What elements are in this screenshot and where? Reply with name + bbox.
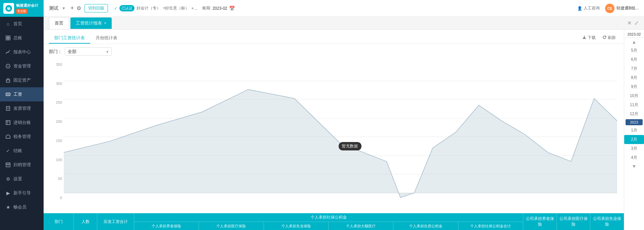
group-title: 个人承担社保公积金 (134, 213, 523, 222)
assets-icon (5, 78, 11, 83)
group-cols: 个人承担养老保险 个人承担医疗保险 个人承担失业保险 个人承担大额医疗 (134, 222, 523, 230)
content-area: 部门工资统计表 月份统计表 下载 (44, 30, 644, 230)
calendar-icon[interactable]: 📅 (229, 6, 235, 11)
sidebar-item-assets[interactable]: 固定资产 (0, 73, 44, 87)
home-icon: ⌂ (5, 21, 11, 27)
user-menu[interactable]: CE 轻捷通B组... (605, 4, 639, 13)
col-personal-unemployment: 个人承担失业保险 (264, 222, 329, 230)
tax-icon (5, 134, 11, 139)
bottom-table-header: 部门 人数 应发工资合计 个人承担社保公积金 个人承担养老保险 (44, 213, 624, 230)
svg-text:畅: 畅 (7, 7, 10, 10)
col-personal-bigmedical: 个人承担大额医疗 (329, 222, 393, 230)
sidebar-item-member[interactable]: ★ 畅会员 (0, 200, 44, 214)
switch-old-btn[interactable]: 切到旧版 (85, 4, 108, 12)
svg-rect-5 (8, 38, 10, 40)
salary-icon (5, 92, 11, 97)
right-panel-oct[interactable]: 10月 (624, 91, 644, 100)
right-panel-jul[interactable]: 7月 (624, 64, 644, 73)
col-company-unemployment: 公司承担失业保险 (590, 213, 624, 230)
tab-salary-report[interactable]: 工资统计报表 × (70, 17, 112, 29)
dept-select-wrapper: 全部 (65, 47, 112, 56)
right-panel-mar[interactable]: 3月 (624, 144, 644, 153)
right-panel-sep[interactable]: 9月 (624, 82, 644, 91)
maximize-window-btn[interactable]: ⤢ (634, 20, 639, 26)
svg-text:¥: ¥ (7, 65, 9, 68)
tab-home[interactable]: 首页 (49, 17, 69, 29)
right-panel-current-date: 2023.02 (624, 31, 644, 38)
sidebar: 畅 畅捷通好会计 专业版 ⌂ 首页 总账 报表中心 ¥ 资金管理 固定资产 (0, 0, 44, 230)
topbar-actions: + ⚙ (70, 5, 82, 12)
svg-rect-11 (6, 106, 10, 110)
col-company-pension: 公司承担养老保险 (523, 213, 557, 230)
svg-rect-8 (6, 80, 10, 82)
right-panel-apr[interactable]: 4月 (624, 153, 644, 162)
sidebar-item-salary[interactable]: 工资 (0, 87, 44, 101)
sidebar-item-invoice[interactable]: 发票管理 (0, 101, 44, 116)
dept-label: 部门： (49, 49, 62, 55)
toolbar: 部门： 全部 (44, 44, 624, 59)
certified-badge: 已认证 (119, 5, 135, 11)
dept-select[interactable]: 全部 (65, 47, 112, 56)
invoice-icon (5, 106, 11, 111)
add-icon[interactable]: + (70, 5, 74, 12)
svg-rect-4 (6, 38, 8, 40)
guide-icon: ▶ (5, 190, 11, 196)
subtab-monthly[interactable]: 月份统计表 (90, 33, 123, 44)
download-btn[interactable]: 下载 (580, 34, 598, 42)
reports-icon (5, 49, 11, 55)
subtab-dept[interactable]: 部门工资统计表 (49, 33, 90, 44)
right-panel-year-2023: 2023 (626, 119, 643, 125)
col-group-personal: 个人承担社保公积金 个人承担养老保险 个人承担医疗保险 个人承担失业保险 (134, 213, 523, 230)
col-personal-medical: 个人承担医疗保险 (199, 222, 264, 230)
right-panel-feb[interactable]: 2月 (624, 135, 644, 144)
sidebar-item-reports[interactable]: 报表中心 (0, 45, 44, 59)
svg-rect-2 (6, 36, 8, 38)
tab-bar: 首页 工资统计报表 × ✕ ⤢ (44, 17, 644, 30)
topbar-right: 👤 人工咨询 CE 轻捷通B组... (577, 4, 639, 13)
right-panel-dec[interactable]: 12月 (624, 109, 644, 119)
ledger-icon (5, 35, 11, 41)
sidebar-item-settlement[interactable]: ✓ 结账 (0, 144, 44, 158)
refresh-icon (602, 35, 606, 40)
sidebar-item-tax[interactable]: 税务管理 (0, 130, 44, 144)
col-personal-total: 个人承担社保公积金合计 (459, 222, 523, 230)
subtabs: 部门工资统计表 月份统计表 下载 (44, 30, 624, 44)
right-panel-jun[interactable]: 6月 (624, 55, 644, 64)
right-panel-up-arrow[interactable]: ▲ (631, 38, 638, 46)
sidebar-logo: 畅 畅捷通好会计 专业版 (0, 0, 44, 17)
project-dropdown-arrow[interactable]: ▼ (62, 6, 66, 11)
sidebar-item-archive[interactable]: 归档管理 (0, 158, 44, 172)
settings-topbar-icon[interactable]: ⚙ (76, 5, 81, 11)
chart-svg (64, 62, 617, 206)
sidebar-item-sales[interactable]: 进销台账 (0, 116, 44, 130)
right-panel-may[interactable]: 5月 (624, 46, 644, 55)
svg-rect-14 (6, 121, 10, 125)
refresh-btn[interactable]: 刷新 (600, 34, 619, 42)
logo-text: 畅捷通好会计 专业版 (16, 3, 38, 14)
right-panel: 2023.02 ▲ 5月 6月 7月 8月 9月 10月 (624, 30, 644, 230)
sidebar-item-settings[interactable]: ⚙ 设置 (0, 172, 44, 186)
col-personal-pension: 个人承担养老保险 (134, 222, 199, 230)
help-btn[interactable]: 👤 人工咨询 (577, 5, 600, 11)
svg-rect-3 (8, 36, 10, 38)
archive-icon (5, 162, 11, 168)
right-panel-aug[interactable]: 8月 (624, 73, 644, 82)
sidebar-item-ledger[interactable]: 总账 (0, 31, 44, 45)
sidebar-item-home[interactable]: ⌂ 首页 (0, 17, 44, 31)
good-accounting: 好会计（专） (137, 5, 161, 11)
member-icon: ★ (5, 204, 11, 210)
right-panel-down-arrow[interactable]: ▼ (631, 162, 638, 170)
right-panel-jan[interactable]: 1月 (624, 126, 644, 135)
col-people: 人数 (74, 213, 97, 230)
sidebar-item-funds[interactable]: ¥ 资金管理 (0, 59, 44, 73)
more-status: +… (191, 6, 198, 11)
svg-rect-19 (6, 163, 10, 164)
user-name: 轻捷通B组... (616, 5, 639, 11)
chart-tooltip: 暂无数据 (338, 142, 361, 150)
sidebar-item-guide[interactable]: ▶ 新手引导 (0, 186, 44, 200)
download-icon (582, 35, 586, 40)
right-panel-nov[interactable]: 11月 (624, 100, 644, 109)
tab-close-btn[interactable]: × (104, 21, 106, 26)
close-window-btn[interactable]: ✕ (627, 20, 632, 26)
topbar-status: ✓ 已认证 好会计（专） +好生意（标） +… 账期 2023-02 📅 (114, 5, 235, 11)
